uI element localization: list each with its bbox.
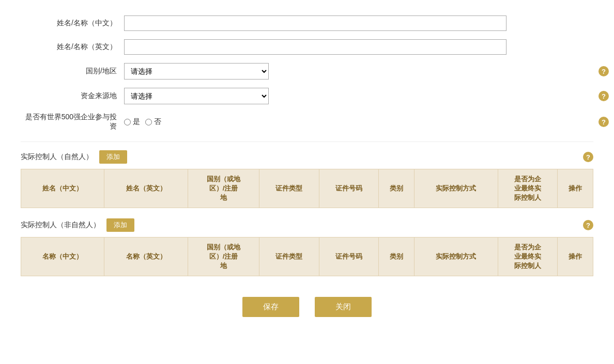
footer-buttons: 保存 关闭 — [21, 297, 593, 317]
fortune500-label: 是否有世界500强企业参与投资 — [21, 113, 124, 131]
col-name-en-2: 名称（英文） — [104, 238, 188, 276]
non-natural-add-button[interactable]: 添加 — [106, 218, 134, 232]
col-cert-no: 证件号码 — [319, 169, 378, 208]
name-cn-input[interactable] — [124, 15, 506, 31]
non-natural-section-help-icon[interactable]: ? — [583, 220, 593, 230]
col-cert-no-2: 证件号码 — [319, 238, 378, 276]
fortune500-yes-option[interactable]: 是 — [124, 117, 140, 126]
col-name-en: 姓名（英文） — [104, 169, 188, 208]
country-label: 国别/地区 — [21, 67, 124, 76]
natural-section-header: 实际控制人（自然人） 添加 ? — [21, 150, 593, 164]
fortune500-help-icon[interactable]: ? — [598, 117, 609, 127]
fortune500-yes-radio[interactable] — [124, 119, 131, 125]
col-category: 类别 — [378, 169, 414, 208]
col-control-method: 实际控制方式 — [415, 169, 498, 208]
col-name-cn: 姓名（中文） — [21, 169, 104, 208]
country-select[interactable]: 请选择 — [124, 63, 269, 80]
fund-source-help-icon[interactable]: ? — [598, 91, 609, 101]
country-help-icon[interactable]: ? — [598, 66, 609, 76]
col-cert-type: 证件类型 — [259, 169, 319, 208]
col-is-final-controller: 是否为企业最终实际控制人 — [498, 169, 557, 208]
natural-add-button[interactable]: 添加 — [99, 150, 127, 164]
col-operation: 操作 — [557, 169, 593, 208]
non-natural-person-table: 名称（中文） 名称（英文） 国别（或地区）/注册地 证件类型 证件号码 类别 实… — [21, 237, 593, 276]
non-natural-section-title: 实际控制人（非自然人） — [21, 220, 100, 230]
fund-source-select[interactable]: 请选择 — [124, 88, 269, 104]
col-name-cn-2: 名称（中文） — [21, 238, 104, 276]
col-country-2: 国别（或地区）/注册地 — [188, 238, 259, 276]
non-natural-section-header: 实际控制人（非自然人） 添加 ? — [21, 218, 593, 232]
fortune500-no-label: 否 — [154, 117, 161, 126]
name-en-input[interactable] — [124, 39, 506, 55]
natural-table-header-row: 姓名（中文） 姓名（英文） 国别（或地区）/注册地 证件类型 证件号码 类别 实… — [21, 169, 593, 208]
col-country: 国别（或地区）/注册地 — [188, 169, 259, 208]
fortune500-no-option[interactable]: 否 — [145, 117, 161, 126]
name-cn-label: 姓名/名称（中文） — [21, 19, 124, 28]
col-category-2: 类别 — [378, 238, 414, 276]
col-control-method-2: 实际控制方式 — [415, 238, 498, 276]
fund-source-label: 资金来源地 — [21, 91, 124, 101]
close-button[interactable]: 关闭 — [315, 297, 372, 317]
name-en-label: 姓名/名称（英文） — [21, 42, 124, 52]
col-is-final-controller-2: 是否为企业最终实际控制人 — [498, 238, 557, 276]
save-button[interactable]: 保存 — [242, 297, 299, 317]
natural-person-table: 姓名（中文） 姓名（英文） 国别（或地区）/注册地 证件类型 证件号码 类别 实… — [21, 169, 593, 208]
fortune500-radio-group: 是 否 — [124, 117, 161, 126]
natural-section-title: 实际控制人（自然人） — [21, 152, 93, 162]
fortune500-no-radio[interactable] — [145, 119, 152, 125]
non-natural-table-header-row: 名称（中文） 名称（英文） 国别（或地区）/注册地 证件类型 证件号码 类别 实… — [21, 238, 593, 276]
natural-section-help-icon[interactable]: ? — [583, 152, 593, 162]
col-cert-type-2: 证件类型 — [259, 238, 319, 276]
fortune500-yes-label: 是 — [133, 117, 140, 126]
col-operation-2: 操作 — [557, 238, 593, 276]
